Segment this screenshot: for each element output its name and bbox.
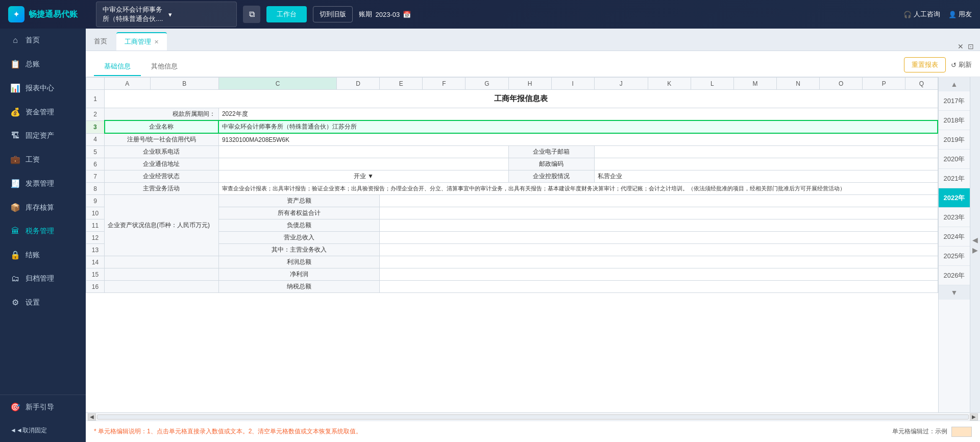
nav-item-home[interactable]: ⌂首页: [0, 29, 86, 52]
human-service-btn[interactable]: 🎧 人工咨询: [903, 10, 940, 19]
report-icon: 📊: [10, 83, 20, 93]
ledger-icon: 📋: [10, 59, 20, 69]
year-item-2023[interactable]: 2023年: [939, 208, 970, 227]
nav-item-cancel-fix[interactable]: ◄◄取消固定: [0, 419, 86, 442]
year-item-2022[interactable]: 2022年: [939, 188, 970, 208]
reset-button[interactable]: 重置报表: [904, 57, 946, 72]
year-item-2025[interactable]: 2025年: [939, 247, 970, 266]
archive-icon: 🗂: [10, 274, 20, 283]
tax-icon: 🏛: [10, 227, 20, 236]
spreadsheet-main[interactable]: A B C D E F G H I J K L: [86, 77, 938, 412]
cell-4-value[interactable]: 91320100MA208E5W6K: [218, 133, 938, 146]
col-header-k[interactable]: K: [648, 78, 691, 90]
col-header-l[interactable]: L: [691, 78, 733, 90]
cell-3-label: 企业名称: [105, 120, 219, 133]
copy-icon[interactable]: ⧉: [243, 6, 260, 23]
home-icon: ⌂: [10, 36, 20, 45]
cell-6-postal[interactable]: [594, 158, 938, 170]
col-header-q[interactable]: Q: [905, 78, 938, 90]
cell-15-value[interactable]: [380, 268, 938, 281]
nav-item-inventory[interactable]: 📦库存核算: [0, 195, 86, 219]
nav-item-finance[interactable]: 💰资金管理: [0, 100, 86, 124]
cell-5-phone[interactable]: [218, 146, 508, 158]
year-item-2018[interactable]: 2018年: [939, 111, 970, 130]
user-area[interactable]: 👤 用友: [948, 10, 972, 19]
refresh-button[interactable]: ↺ 刷新: [951, 60, 972, 69]
cell-12-value[interactable]: [380, 232, 938, 244]
col-header-f[interactable]: F: [423, 78, 465, 90]
workbench-button[interactable]: 工作台: [266, 6, 307, 22]
tab-close-icon[interactable]: ✕: [154, 39, 159, 45]
col-header-p[interactable]: P: [863, 78, 905, 90]
cell-9-value[interactable]: [380, 195, 938, 207]
nav-item-close[interactable]: 🔒结账: [0, 243, 86, 267]
nav-label-inventory: 库存核算: [26, 203, 54, 212]
year-item-2024[interactable]: 2024年: [939, 227, 970, 247]
nav-item-settings[interactable]: ⚙设置: [0, 290, 86, 314]
col-header-o[interactable]: O: [820, 78, 863, 90]
year-item-2026[interactable]: 2026年: [939, 266, 970, 285]
hscroll-track[interactable]: [97, 414, 969, 420]
nav-label-home: 首页: [26, 36, 40, 45]
collapse-right-icon[interactable]: ◀: [972, 236, 978, 244]
cell-title[interactable]: 工商年报信息表: [105, 90, 938, 108]
calendar-icon[interactable]: 📅: [403, 11, 411, 18]
col-header-c[interactable]: C: [218, 78, 336, 90]
row-num-11: 11: [86, 219, 105, 232]
year-item-2021[interactable]: 2021年: [939, 169, 970, 188]
nav-item-new-guide[interactable]: 🎯 新手引导: [0, 395, 86, 419]
nav-item-ledger[interactable]: 📋总账: [0, 52, 86, 76]
hscroll-bar: ◀ ▶: [86, 412, 980, 421]
cell-10-label: 所有者权益合计: [218, 207, 379, 219]
cell-7-status[interactable]: 开业 ▼: [218, 170, 508, 183]
sub-tab-basic[interactable]: 基础信息: [94, 58, 141, 76]
nav-item-report[interactable]: 📊报表中心: [0, 76, 86, 100]
year-scroll-down-btn[interactable]: ▼: [939, 285, 970, 300]
col-header-g[interactable]: G: [465, 78, 508, 90]
nav-item-invoice[interactable]: 🧾发票管理: [0, 171, 86, 195]
cell-14-value[interactable]: [380, 256, 938, 268]
nav-item-tax[interactable]: 🏛税务管理: [0, 219, 86, 243]
cell-11-value[interactable]: [380, 219, 938, 232]
col-header-m[interactable]: M: [734, 78, 777, 90]
col-header-d[interactable]: D: [337, 78, 380, 90]
nav-item-salary[interactable]: 💼工资: [0, 148, 86, 171]
nav-label-archive: 归档管理: [26, 274, 54, 283]
logo-area: ✦ 畅捷通易代账: [8, 6, 90, 22]
table-row: 7 企业经营状态 开业 ▼ 企业控股情况 私营企业: [86, 170, 938, 183]
col-header-b[interactable]: B: [150, 78, 218, 90]
tab-business[interactable]: 工商管理 ✕: [116, 32, 167, 51]
cell-3-value[interactable]: 中审众环会计师事务所（特殊普通合伙）江苏分所: [218, 120, 938, 133]
col-header-n[interactable]: N: [777, 78, 820, 90]
cell-6-address[interactable]: [218, 158, 508, 170]
year-scroll-up-btn[interactable]: ▲: [939, 77, 970, 91]
old-version-button[interactable]: 切到旧版: [313, 6, 353, 22]
col-header-j[interactable]: J: [594, 78, 648, 90]
col-header-h[interactable]: H: [508, 78, 551, 90]
tab-home[interactable]: 首页: [86, 32, 115, 51]
table-row: 15 净利润: [86, 268, 938, 281]
cell-8-value[interactable]: 审查企业会计报表；出具审计报告；验证企业资本；出具验资报告；办理企业合开、分立、…: [218, 183, 938, 195]
window-maximize-icon[interactable]: ⊡: [968, 42, 974, 51]
year-item-2017[interactable]: 2017年: [939, 91, 970, 111]
hscroll-right-btn[interactable]: ▶: [970, 413, 978, 421]
nav-item-archive[interactable]: 🗂归档管理: [0, 267, 86, 290]
company-selector[interactable]: 中审众环会计师事务所（特殊普通合伙.... ▾: [96, 2, 237, 27]
col-header-a[interactable]: A: [105, 78, 151, 90]
cell-10-value[interactable]: [380, 207, 938, 219]
expand-right-icon[interactable]: ▶: [972, 246, 978, 254]
col-header-i[interactable]: I: [551, 78, 594, 90]
col-header-e[interactable]: E: [380, 78, 423, 90]
cell-7-control[interactable]: 私营企业: [594, 170, 938, 183]
sub-tab-other[interactable]: 其他信息: [141, 58, 188, 76]
window-close-icon[interactable]: ✕: [958, 42, 964, 51]
hscroll-left-btn[interactable]: ◀: [88, 413, 96, 421]
cell-16-value[interactable]: [380, 281, 938, 293]
year-item-2020[interactable]: 2020年: [939, 150, 970, 169]
cell-5-email[interactable]: [594, 146, 938, 158]
nav-item-asset[interactable]: 🏗固定资产: [0, 124, 86, 148]
cell-2-value[interactable]: 2022年度: [218, 108, 938, 121]
cell-13-value[interactable]: [380, 244, 938, 256]
right-collapse: ◀ ▶: [970, 77, 980, 412]
year-item-2019[interactable]: 2019年: [939, 130, 970, 150]
